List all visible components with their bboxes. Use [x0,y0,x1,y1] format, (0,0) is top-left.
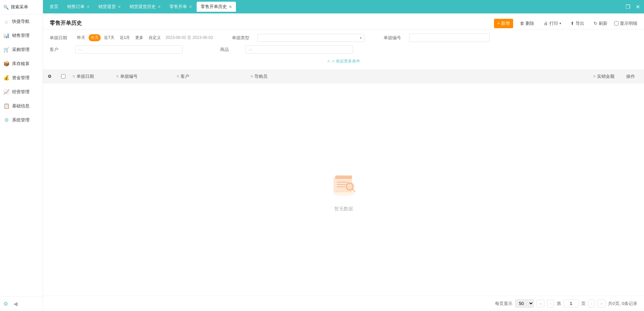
last-page-btn[interactable]: » [598,300,605,307]
date-range-display: 2023-06-02 至 2023-06-02 [165,35,213,41]
goods-input[interactable]: ··· [246,45,353,54]
sidebar-item-label: 基础信息 [12,103,30,109]
th-op-label: 操作 [626,73,635,80]
date-filter-label: 单据日期 [50,35,70,41]
filter-area: 单据日期 昨天 今天 近7天 近1月 更多 自定义 2023-06-02 至 2… [43,30,644,70]
sidebar-item-finance[interactable]: 💰 资金管理 [0,71,43,85]
show-detail-checkbox[interactable]: 显示明细 [614,20,637,27]
last7days-btn[interactable]: 近7天 [102,34,116,41]
th-date-sort-icon: ⇅ [72,74,75,78]
sidebar-item-operations[interactable]: 📈 经营管理 [0,85,43,99]
empty-illustration [327,167,360,201]
th-date[interactable]: ⇅ 单据日期 [70,73,113,80]
tab-retail-open-history-close[interactable]: ✕ [229,5,232,9]
today-btn[interactable]: 今天 [89,34,101,41]
column-settings-icon[interactable]: ⚙ [43,74,56,79]
tab-sales-return-close[interactable]: ✕ [118,5,121,9]
per-page-select[interactable]: 50 20 100 [515,299,534,308]
page-title: 零售开单历史 [50,20,82,27]
search-icon: 🔍 [3,5,9,10]
sidebar-bottom: ⚙ ◀ [0,296,43,311]
page-input[interactable] [564,300,579,307]
th-amount-sort-icon: ⇅ [593,74,596,78]
th-customer-sort-icon: ⇅ [177,74,179,78]
add-button[interactable]: + 新增 [494,19,513,28]
empty-state: 暂无数据 [43,83,644,296]
doc-type-select[interactable]: ▾ [257,34,365,42]
operations-icon: 📈 [3,89,9,95]
sidebar-item-label: 库存核算 [12,61,30,67]
th-guide[interactable]: ⇅ 导购员 [248,73,298,80]
sysmgmt-icon: ⚙ [3,117,9,123]
th-sn-label: 单据编号 [120,73,138,80]
th-amount[interactable]: ⇅ 实销金额 [574,73,617,80]
select-all-checkbox[interactable] [56,74,70,79]
print-button[interactable]: 🖨 打印 ▾ [541,19,564,28]
next-page-btn[interactable]: › [588,300,595,307]
yesterday-btn[interactable]: 昨天 [75,34,87,41]
last1month-btn[interactable]: 近1月 [118,34,132,41]
export-icon: ⬆ [571,21,574,26]
prev-page-btn[interactable]: ‹ [547,300,554,307]
tab-home[interactable]: 首页 [46,2,62,12]
sales-icon: 📊 [3,33,9,39]
window-restore-icon[interactable]: ❐ [624,2,632,11]
collapse-sidebar-icon[interactable]: ◀ [13,301,17,307]
th-amount-label: 实销金额 [597,73,614,80]
tab-sales-return-history-close[interactable]: ✕ [158,5,161,9]
svg-line-8 [352,189,355,192]
sidebar-item-sys-mgmt[interactable]: ⚙ 系统管理 [0,113,43,127]
content-header: 零售开单历史 + 新增 🗑 🗑 删除 删除 🖨 打印 ▾ ⬆ 导出 ↻ 刷新 [43,13,644,30]
tab-sales-return-label: 销货退货 [98,4,116,10]
sidebar-search-label: 搜索采单 [11,4,28,10]
inventory-icon: 📦 [3,61,9,67]
tab-retail-open-close[interactable]: ✕ [189,5,192,9]
purchase-icon: 🛒 [3,47,9,53]
sidebar-item-label: 销售管理 [12,33,30,39]
tab-bar-controls: ❐ ✕ [624,2,641,11]
refresh-button[interactable]: ↻ 刷新 [591,19,610,28]
doc-type-label: 单据类型 [232,35,252,41]
home-icon: ⌂ [3,18,9,24]
sidebar-search[interactable]: 🔍 搜索采单 [0,0,43,14]
collapse-label: ∧ 收起更多条件 [332,59,360,63]
export-button[interactable]: ⬆ 导出 [568,19,587,28]
select-all-input[interactable] [61,74,65,79]
toolbar: + 新增 🗑 🗑 删除 删除 🖨 打印 ▾ ⬆ 导出 ↻ 刷新 显示明细 [494,19,637,28]
first-page-btn[interactable]: « [537,300,544,307]
tab-sales-return[interactable]: 销货退货 ✕ [94,2,125,12]
filter-row-1: 单据日期 昨天 今天 近7天 近1月 更多 自定义 2023-06-02 至 2… [50,34,637,42]
sidebar-item-quick-nav[interactable]: ⌂ 快捷导航 [0,14,43,29]
th-op: 操作 [617,73,644,80]
more-btn[interactable]: 更多 [133,34,145,41]
svg-rect-2 [335,175,352,179]
current-page-label: 第 [557,301,561,307]
th-customer[interactable]: ⇅ 客户 [174,73,248,80]
tab-sales-order[interactable]: 销售订单 ✕ [63,2,94,12]
doc-number-input[interactable] [409,34,490,42]
sidebar-item-basic-info[interactable]: 📋 基础信息 [0,99,43,113]
th-customer-label: 客户 [181,73,189,80]
settings-icon[interactable]: ⚙ [3,301,8,307]
tab-retail-open[interactable]: 零售开单 ✕ [165,2,196,12]
custom-btn[interactable]: 自定义 [147,34,163,41]
sidebar-item-label: 采购管理 [12,47,30,53]
sidebar-item-purchase-mgmt[interactable]: 🛒 采购管理 [0,43,43,57]
tab-sales-return-history[interactable]: 销货退货历史 ✕ [126,2,165,12]
basicinfo-icon: 📋 [3,103,9,109]
main-area: 首页 销售订单 ✕ 销货退货 ✕ 销货退货历史 ✕ 零售开单 ✕ 零售开单历史 … [43,0,644,311]
sidebar-item-label: 快捷导航 [12,18,30,24]
delete-button[interactable]: 🗑 🗑 删除 删除 [517,19,537,28]
sidebar-item-inventory[interactable]: 📦 库存核算 [0,57,43,71]
tab-retail-open-label: 零售开单 [169,4,187,10]
customer-input[interactable]: ··· [75,45,183,54]
sidebar-item-sales-mgmt[interactable]: 📊 销售管理 [0,29,43,43]
tab-retail-open-history[interactable]: 零售开单历史 ✕ [197,2,236,12]
collapse-filter-btn[interactable]: ∧ ∧ 收起更多条件 [50,57,637,65]
tab-sales-order-close[interactable]: ✕ [87,5,90,9]
show-detail-input[interactable] [614,21,618,25]
show-detail-label: 显示明细 [620,20,637,27]
tab-sales-return-history-label: 销货退货历史 [130,4,156,10]
th-sn[interactable]: ⇅ 单据编号 [113,73,174,80]
window-close-icon[interactable]: ✕ [634,2,641,11]
